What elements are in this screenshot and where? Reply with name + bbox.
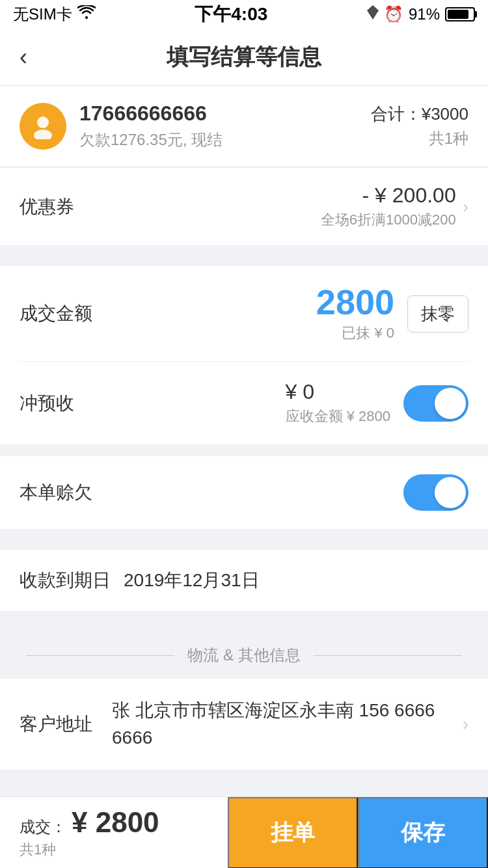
debt-row: 本单赊欠 (0, 456, 488, 529)
bottom-bar: 成交： ¥ 2800 共1种 挂单 保存 (0, 796, 488, 868)
status-left: 无SIM卡 (13, 4, 96, 25)
bottom-count: 共1种 (20, 840, 208, 860)
logistics-section-header: 物流 & 其他信息 (0, 632, 488, 679)
due-date-row: 收款到期日 2019年12月31日 (0, 550, 488, 611)
address-value: 张 北京市市辖区海淀区永丰南 156 6666 6666 (112, 697, 456, 752)
bottom-summary: 成交： ¥ 2800 共1种 (0, 806, 228, 860)
coupon-discount: - ¥ 200.00 (321, 183, 456, 208)
chevron-right-icon: › (463, 197, 468, 217)
due-date-label: 收款到期日 (20, 568, 111, 593)
debt-toggle-knob (435, 477, 466, 508)
total-label: 合计：¥3000 (371, 103, 468, 126)
battery-icon (445, 7, 475, 21)
coupon-row[interactable]: 优惠券 - ¥ 200.00 全场6折满1000减200 › (0, 167, 488, 245)
bottom-deal-label: 成交： (20, 817, 66, 837)
customer-debt: 欠款1276.35元, 现结 (79, 129, 223, 150)
pending-button[interactable]: 挂单 (228, 797, 358, 869)
deal-amount-value: 2800 (316, 284, 394, 319)
avatar (20, 103, 66, 150)
customer-phone: 17666666666 (79, 102, 223, 126)
header-line-left (26, 655, 174, 656)
deal-amount-label: 成交金额 (20, 301, 92, 326)
prepay-label: 冲预收 (20, 391, 74, 416)
due-date-value: 2019年12月31日 (124, 568, 260, 593)
customer-left: 17666666666 欠款1276.35元, 现结 (20, 102, 223, 150)
coupon-description: 全场6折满1000减200 (321, 210, 456, 230)
page-title: 填写结算等信息 (167, 42, 321, 72)
customer-right: 合计：¥3000 共1种 (371, 103, 468, 149)
prepay-row: 冲预收 ¥ 0 应收金额 ¥ 2800 (20, 362, 468, 444)
deal-amount-sub: 已抹 ¥ 0 (316, 323, 394, 343)
status-time: 下午4:03 (195, 2, 267, 27)
bottom-amount: ¥ 2800 (72, 806, 159, 839)
logistics-header-text: 物流 & 其他信息 (187, 645, 300, 666)
address-row[interactable]: 客户地址 张 北京市市辖区海淀区永丰南 156 6666 6666 › (0, 679, 488, 770)
section-divider-3 (0, 539, 488, 550)
amount-section: 成交金额 2800 已抹 ¥ 0 抹零 冲预收 ¥ 0 应收金额 ¥ 2800 (0, 266, 488, 444)
wifi-icon (77, 5, 96, 23)
svg-point-2 (34, 129, 52, 139)
nav-bar: ‹ 填写结算等信息 (0, 29, 488, 86)
section-divider-2 (0, 446, 488, 456)
back-button[interactable]: ‹ (20, 44, 59, 71)
alarm-icon: ⏰ (384, 5, 403, 23)
total-count: 共1种 (371, 128, 468, 149)
section-divider-4 (0, 621, 488, 632)
address-label: 客户地址 (20, 712, 92, 737)
header-line-right (314, 655, 462, 656)
address-chevron-icon: › (463, 714, 468, 735)
save-button[interactable]: 保存 (358, 797, 488, 869)
content: 17666666666 欠款1276.35元, 现结 合计：¥3000 共1种 … (0, 86, 488, 868)
prepay-toggle[interactable] (403, 385, 468, 422)
section-divider-1 (0, 256, 488, 266)
round-button[interactable]: 抹零 (407, 295, 468, 332)
debt-label: 本单赊欠 (20, 480, 92, 505)
deal-amount-row: 成交金额 2800 已抹 ¥ 0 抹零 (20, 266, 468, 362)
svg-point-0 (85, 16, 88, 19)
prepay-amount: ¥ 0 (286, 380, 390, 404)
debt-toggle[interactable] (403, 474, 468, 511)
deal-amount-right: 2800 已抹 ¥ 0 抹零 (316, 284, 468, 343)
status-right: ⏰ 91% (367, 5, 475, 23)
prepay-sub: 应收金额 ¥ 2800 (286, 407, 390, 426)
svg-point-1 (37, 116, 49, 128)
no-sim-text: 无SIM卡 (13, 4, 72, 25)
toggle-knob (435, 388, 466, 419)
battery-percent: 91% (409, 5, 440, 23)
location-icon (367, 5, 379, 23)
status-bar: 无SIM卡 下午4:03 ⏰ 91% (0, 0, 488, 29)
customer-info: 17666666666 欠款1276.35元, 现结 (79, 102, 223, 150)
coupon-label: 优惠券 (20, 195, 74, 219)
address-section: 客户地址 张 北京市市辖区海淀区永丰南 156 6666 6666 › (0, 679, 488, 770)
customer-card: 17666666666 欠款1276.35元, 现结 合计：¥3000 共1种 (0, 86, 488, 166)
